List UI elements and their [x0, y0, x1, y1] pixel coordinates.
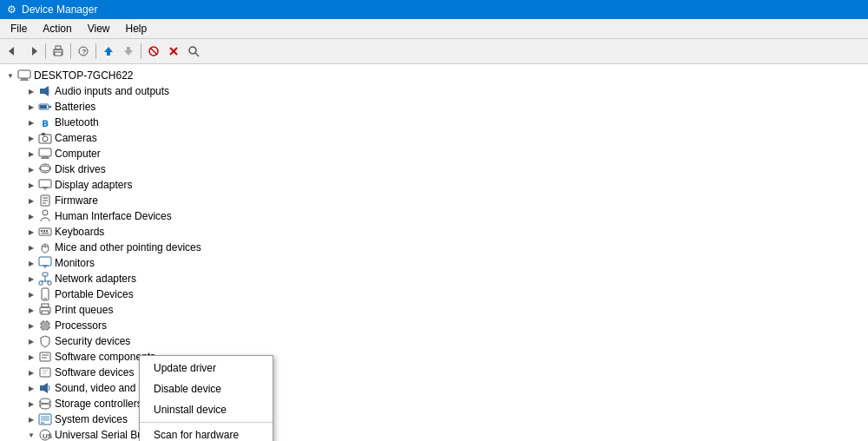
expand-portable[interactable]: ▶	[24, 287, 38, 301]
tree-processors[interactable]: ▶ Processors	[0, 318, 868, 333]
expand-display[interactable]: ▶	[24, 178, 38, 192]
menu-action[interactable]: Action	[36, 21, 78, 36]
menu-view[interactable]: View	[81, 21, 117, 36]
firmware-label: Firmware	[55, 194, 98, 207]
tree-portable[interactable]: ▶ Portable Devices	[0, 286, 868, 302]
expand-disk[interactable]: ▶	[24, 162, 38, 176]
svg-line-10	[150, 48, 157, 55]
svg-rect-46	[46, 230, 48, 232]
forward-button[interactable]	[23, 42, 43, 61]
ctx-update-driver[interactable]: Update driver	[140, 358, 273, 378]
tree-monitors[interactable]: ▶ Monitors	[0, 255, 868, 271]
cameras-label: Cameras	[55, 132, 97, 144]
svg-rect-75	[42, 354, 49, 356]
expand-software-dev[interactable]: ▶	[24, 365, 38, 379]
expand-batteries[interactable]: ▶	[24, 100, 38, 114]
expand-usb[interactable]: ▼	[24, 428, 38, 441]
expand-cameras[interactable]: ▶	[24, 131, 38, 145]
menu-file[interactable]: File	[3, 21, 34, 36]
tree-hid[interactable]: ▶ Human Interface Devices	[0, 208, 868, 224]
expand-system[interactable]: ▶	[24, 412, 38, 426]
ctx-disable-device[interactable]: Disable device	[140, 378, 273, 399]
tree-firmware[interactable]: ▶ Firmware	[0, 193, 868, 208]
expand-processors[interactable]: ▶	[24, 319, 38, 332]
tree-system[interactable]: ▶ System devices	[0, 411, 868, 427]
mouse-icon	[38, 240, 52, 254]
monitors-label: Monitors	[55, 257, 95, 269]
tree-disk[interactable]: ▶ Disk drives	[0, 161, 868, 177]
tree-mice[interactable]: ▶ Mice and other pointing devices	[0, 240, 868, 255]
ctx-uninstall-device[interactable]: Uninstall device	[140, 399, 273, 420]
uninstall-button[interactable]	[164, 42, 183, 61]
system-label: System devices	[55, 413, 128, 425]
toolbar-sep-3	[95, 43, 96, 59]
expand-bluetooth[interactable]: ▶	[24, 115, 38, 129]
expand-firmware[interactable]: ▶	[24, 194, 38, 207]
update-driver-button[interactable]	[99, 42, 118, 61]
tree-display[interactable]: ▶ Display adapters	[0, 177, 868, 193]
svg-rect-17	[20, 80, 29, 81]
usb-hub-icon: USB	[38, 428, 52, 441]
battery-icon	[38, 100, 52, 114]
expand-keyboards[interactable]: ▶	[24, 225, 38, 239]
svg-rect-44	[41, 230, 43, 232]
tree-computer[interactable]: ▶ Computer	[0, 146, 868, 161]
expand-print[interactable]: ▶	[24, 303, 38, 317]
processor-icon	[38, 319, 52, 332]
tree-cameras[interactable]: ▶ Cameras	[0, 130, 868, 146]
tree-keyboards[interactable]: ▶ Keyboards	[0, 224, 868, 240]
menu-help[interactable]: Help	[119, 21, 155, 36]
mice-label: Mice and other pointing devices	[55, 241, 201, 253]
context-menu: Update driver Disable device Uninstall d…	[139, 355, 273, 441]
expand-monitors[interactable]: ▶	[24, 256, 38, 270]
tree-network[interactable]: ▶ Network adapters	[0, 271, 868, 286]
svg-rect-56	[48, 281, 51, 285]
svg-point-82	[40, 398, 50, 404]
disable-button[interactable]	[144, 42, 163, 61]
software-dev-label: Software devices	[55, 366, 134, 378]
tree-print[interactable]: ▶ Print queues	[0, 302, 868, 318]
help-button[interactable]: ?	[74, 42, 93, 61]
tree-bluetooth[interactable]: ▶ ʙ Bluetooth	[0, 115, 868, 130]
tree-usb[interactable]: ▼ USB Universal Serial Bus controllers	[0, 427, 868, 441]
svg-rect-27	[42, 133, 45, 135]
back-button[interactable]	[3, 42, 23, 61]
computer-label: Computer	[55, 148, 101, 160]
expand-storage[interactable]: ▶	[24, 397, 38, 411]
tree-software-dev[interactable]: ▶ Software devices	[0, 365, 868, 380]
tree-batteries[interactable]: ▶ Batteries	[0, 99, 868, 115]
svg-rect-80	[40, 385, 43, 391]
tree-software-comp[interactable]: ▶ Software components	[0, 349, 868, 365]
rollback-button[interactable]	[119, 42, 138, 61]
expand-audio[interactable]: ▶	[24, 84, 38, 98]
network-icon	[38, 272, 52, 286]
expand-mice[interactable]: ▶	[24, 240, 38, 254]
tree-storage[interactable]: ▶ Storage controllers	[0, 396, 868, 411]
svg-rect-18	[40, 89, 44, 94]
svg-rect-76	[42, 357, 47, 359]
security-icon	[38, 334, 52, 348]
ctx-scan-hardware[interactable]: Scan for hardware changes	[140, 425, 273, 441]
audio-label: Audio inputs and outputs	[55, 85, 169, 97]
expand-hid[interactable]: ▶	[24, 209, 38, 223]
tree-audio[interactable]: ▶ ) Audio inputs and outputs	[0, 83, 868, 99]
tree-security[interactable]: ▶ Security devices	[0, 333, 868, 349]
expand-security[interactable]: ▶	[24, 334, 38, 348]
toolbar-sep-2	[70, 43, 71, 59]
print-queue-icon	[38, 303, 52, 317]
expand-root[interactable]: ▼	[3, 69, 17, 82]
svg-point-32	[40, 164, 50, 171]
svg-marker-7	[104, 47, 113, 56]
expand-software-comp[interactable]: ▶	[24, 350, 38, 364]
expand-network[interactable]: ▶	[24, 272, 38, 286]
print-button[interactable]	[49, 42, 68, 61]
tree-root[interactable]: ▼ DESKTOP-7GCH622	[0, 68, 868, 83]
svg-rect-15	[18, 70, 30, 78]
expand-computer[interactable]: ▶	[24, 147, 38, 161]
network-label: Network adapters	[55, 273, 136, 285]
bluetooth-label: Bluetooth	[55, 116, 99, 128]
svg-rect-16	[21, 78, 28, 80]
expand-sound[interactable]: ▶	[24, 381, 38, 395]
tree-sound[interactable]: ▶ Sound, video and game controllers	[0, 380, 868, 396]
scan-hardware-button[interactable]	[184, 42, 203, 61]
